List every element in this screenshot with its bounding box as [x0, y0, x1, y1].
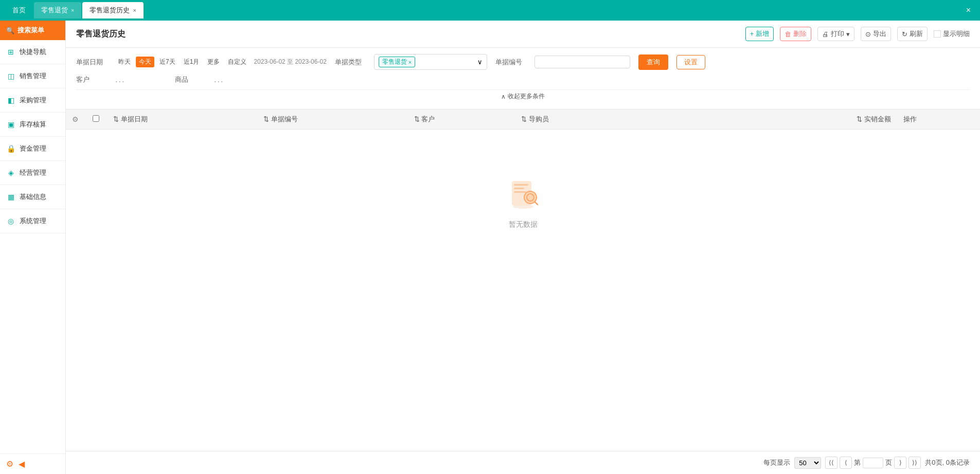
date-buttons: 昨天 今天 近7天 近1月 更多 自定义 2023-06-02 至 2023-0…	[115, 57, 327, 67]
date-btn-today[interactable]: 今天	[136, 57, 154, 67]
goods-filter-label: 商品	[175, 75, 206, 84]
refresh-button[interactable]: ↻ 刷新	[897, 27, 928, 41]
date-btn-yesterday[interactable]: 昨天	[115, 57, 134, 67]
first-page-btn[interactable]: ⟨⟨	[825, 457, 838, 469]
type-tag: 零售退货 ×	[379, 57, 415, 67]
last-page-btn[interactable]: ⟩⟩	[908, 457, 921, 469]
sidebar-item-inventory[interactable]: ▣ 库存核算	[0, 113, 65, 137]
date-range-display: 2023-06-02 至 2023-06-02	[254, 58, 326, 66]
th-date-label: ⇅ 单据日期	[113, 115, 148, 123]
th-amount-label: ⇅ 实销金额	[857, 115, 891, 123]
sidebar-gear-icon[interactable]: ⚙	[6, 459, 13, 469]
tab-retail-return-close[interactable]: ×	[71, 7, 74, 13]
table-body: 暂无数据	[66, 130, 980, 271]
per-page-select[interactable]: 50 10 20 100	[794, 457, 821, 469]
query-button[interactable]: 查询	[638, 54, 668, 70]
tab-retail-return-history-label: 零售退货历史	[90, 6, 130, 15]
type-select[interactable]: 零售退货 × ∨	[374, 54, 487, 70]
sales-mgmt-icon: ◫	[6, 71, 15, 81]
delete-label: 删除	[793, 29, 807, 39]
page-nav: ⟨⟨ ⟨ 第 1 页 ⟩ ⟩⟩	[825, 457, 921, 469]
next-page-btn[interactable]: ⟩	[894, 457, 906, 469]
sidebar-item-basic-info[interactable]: ▦ 基础信息	[0, 185, 65, 209]
tab-home-label: 首页	[12, 6, 26, 15]
tab-retail-return-history-close[interactable]: ×	[133, 7, 136, 13]
type-tag-remove[interactable]: ×	[408, 59, 412, 65]
search-icon: 🔍	[6, 27, 14, 34]
sidebar-item-finance[interactable]: 🔒 资金管理	[0, 137, 65, 161]
th-doc-num[interactable]: ⇅ 单据编号	[257, 110, 407, 130]
window-close-btn[interactable]: ×	[962, 4, 975, 17]
print-button[interactable]: 🖨 打印 ▾	[817, 27, 854, 41]
svg-rect-3	[514, 188, 524, 189]
sidebar-item-basic-info-label: 基础信息	[20, 192, 46, 202]
th-date[interactable]: ⇅ 单据日期	[107, 110, 257, 130]
table-settings-btn[interactable]: ⚙	[72, 115, 79, 123]
page-header: 零售退货历史 + 新增 🗑 删除 🖨 打印 ▾ ⊙ 导出 ↻	[66, 21, 980, 48]
prev-page-btn[interactable]: ⟨	[840, 457, 852, 469]
per-page-label: 每页显示	[763, 458, 790, 467]
tab-retail-return-history[interactable]: 零售退货历史 ×	[82, 2, 143, 19]
empty-state: 暂无数据	[66, 130, 980, 270]
customer-input[interactable]: ...	[115, 75, 167, 84]
tab-retail-return-label: 零售退货	[41, 6, 68, 15]
quick-nav-icon: ⊞	[6, 47, 15, 57]
sidebar-item-purchase-mgmt[interactable]: ◧ 采购管理	[0, 88, 65, 113]
th-spacer	[644, 110, 746, 130]
select-all-checkbox[interactable]	[93, 115, 99, 122]
date-btn-custom[interactable]: 自定义	[225, 57, 250, 67]
table-area: ⚙ ⇅ 单据日期 ⇅ 单据编号 ⇅ 客户	[66, 110, 980, 451]
sidebar-item-inventory-label: 库存核算	[20, 120, 46, 129]
tab-retail-return[interactable]: 零售退货 ×	[34, 2, 81, 19]
print-label: 打印	[831, 29, 844, 39]
print-icon: 🖨	[822, 30, 829, 38]
print-dropdown-icon: ▾	[846, 30, 850, 38]
filter-area: 单据日期 昨天 今天 近7天 近1月 更多 自定义 2023-06-02 至 2…	[66, 48, 980, 110]
export-label: 导出	[873, 29, 886, 39]
export-icon: ⊙	[865, 30, 871, 38]
collapse-icon: ∧	[501, 93, 506, 100]
sidebar-item-quick-nav-label: 快捷导航	[20, 47, 46, 57]
sidebar-collapse-icon[interactable]: ◀	[19, 459, 25, 469]
sidebar: 🔍 搜索菜单 ⊞ 快捷导航 ◫ 销售管理 ◧ 采购管理 ▣ 库存核算 🔒 资金管…	[0, 21, 66, 474]
tab-home[interactable]: 首页	[5, 2, 33, 19]
delete-button[interactable]: 🗑 删除	[780, 27, 811, 41]
finance-icon: 🔒	[6, 144, 15, 153]
sidebar-search[interactable]: 🔍 搜索菜单	[0, 21, 65, 40]
page-input[interactable]: 1	[863, 458, 883, 468]
new-button[interactable]: + 新增	[745, 27, 774, 41]
collapse-bar[interactable]: ∧ 收起更多条件	[76, 89, 970, 103]
sidebar-item-system-mgmt[interactable]: ◎ 系统管理	[0, 209, 65, 233]
delete-icon: 🗑	[785, 30, 791, 38]
setting-button[interactable]: 设置	[676, 55, 705, 69]
sidebar-item-sales-mgmt[interactable]: ◫ 销售管理	[0, 64, 65, 88]
th-settings: ⚙	[66, 110, 86, 130]
top-bar: 首页 零售退货 × 零售退货历史 × ×	[0, 0, 980, 21]
type-filter-label: 单据类型	[335, 58, 366, 67]
page-title: 零售退货历史	[76, 29, 126, 40]
sidebar-item-quick-nav[interactable]: ⊞ 快捷导航	[0, 40, 65, 64]
show-detail-toggle[interactable]: 显示明细	[934, 29, 970, 39]
date-btn-1month[interactable]: 近1月	[181, 57, 203, 67]
toolbar: + 新增 🗑 删除 🖨 打印 ▾ ⊙ 导出 ↻ 刷新	[745, 27, 970, 41]
svg-rect-2	[514, 184, 528, 186]
svg-rect-4	[514, 191, 526, 193]
th-customer[interactable]: ⇅ 客户	[408, 110, 515, 130]
sidebar-item-system-mgmt-label: 系统管理	[20, 216, 46, 226]
th-amount[interactable]: ⇅ 实销金额	[746, 110, 897, 130]
page-label: 第	[854, 458, 861, 467]
th-guide[interactable]: ⇅ 导购员	[515, 110, 644, 130]
sidebar-bottom: ⚙ ◀	[0, 453, 65, 474]
filter-row-2: 客户 ... 商品 ...	[76, 75, 970, 84]
export-button[interactable]: ⊙ 导出	[861, 27, 891, 41]
sidebar-item-operations[interactable]: ◈ 经营管理	[0, 161, 65, 185]
goods-input[interactable]: ...	[214, 75, 265, 84]
show-detail-checkbox[interactable]	[934, 30, 941, 38]
doc-num-input[interactable]	[534, 56, 630, 68]
sidebar-item-purchase-mgmt-label: 采购管理	[20, 96, 46, 105]
date-btn-7days[interactable]: 近7天	[156, 57, 179, 67]
date-btn-more[interactable]: 更多	[204, 57, 223, 67]
collapse-label: 收起更多条件	[508, 92, 545, 101]
content-area: 零售退货历史 + 新增 🗑 删除 🖨 打印 ▾ ⊙ 导出 ↻	[66, 21, 980, 474]
sidebar-search-label: 搜索菜单	[17, 26, 44, 35]
